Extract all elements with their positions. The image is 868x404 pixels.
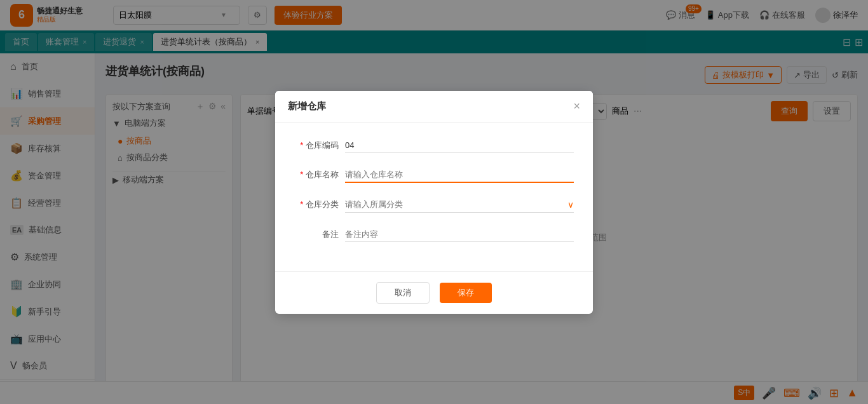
modal-title: 新增仓库 (288, 100, 326, 112)
warehouse-code-label: 仓库编码 (294, 140, 345, 151)
modal-overlay[interactable]: 新增仓库 × 仓库编码 仓库名称 仓库分类 ∨ (0, 0, 868, 404)
warehouse-code-input[interactable] (345, 138, 574, 153)
warehouse-name-input[interactable] (345, 167, 574, 183)
warehouse-category-label: 仓库分类 (294, 199, 345, 210)
modal-header: 新增仓库 × (275, 91, 593, 123)
warehouse-name-label: 仓库名称 (294, 169, 345, 180)
modal-new-warehouse: 新增仓库 × 仓库编码 仓库名称 仓库分类 ∨ (275, 91, 593, 314)
warehouse-category-input[interactable] (345, 199, 567, 209)
save-button[interactable]: 保存 (440, 283, 492, 303)
form-row-code: 仓库编码 (294, 138, 574, 153)
modal-close-button[interactable]: × (573, 100, 580, 113)
cancel-button[interactable]: 取消 (376, 282, 430, 304)
form-row-category: 仓库分类 ∨ (294, 197, 574, 213)
category-dropdown-icon[interactable]: ∨ (567, 199, 574, 210)
form-row-name: 仓库名称 (294, 167, 574, 183)
modal-footer: 取消 保存 (275, 271, 593, 314)
form-row-remark: 备注 (294, 227, 574, 242)
remark-input[interactable] (345, 227, 574, 242)
modal-body: 仓库编码 仓库名称 仓库分类 ∨ 备注 (275, 123, 593, 271)
remark-label: 备注 (294, 229, 345, 240)
warehouse-category-select[interactable]: ∨ (345, 197, 574, 213)
